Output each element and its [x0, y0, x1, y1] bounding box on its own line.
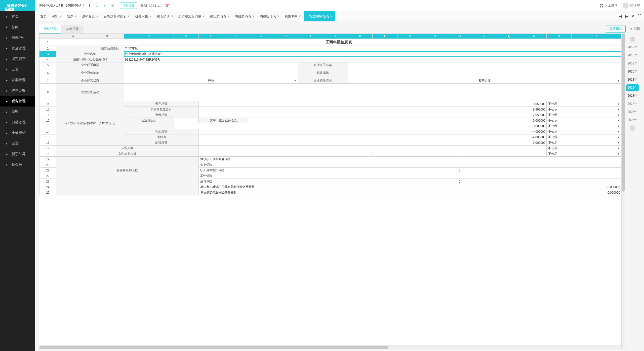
cell[interactable]: 0 [198, 146, 547, 151]
refresh-button[interactable]: ⟳ 刷新 [630, 27, 640, 31]
row-header[interactable]: 13 [39, 123, 56, 129]
close-icon[interactable]: ✕ [202, 15, 205, 18]
col-header[interactable]: F [223, 34, 248, 39]
cell[interactable]: 0 [298, 168, 621, 173]
close-icon[interactable]: ✕ [74, 15, 77, 18]
publicity-select[interactable]: 不公示 [547, 129, 621, 134]
tab-所得税汇算清缴[interactable]: 所得税汇算清缴✕ [176, 11, 207, 21]
reset-report-button[interactable]: 重置报表 [606, 25, 626, 33]
row-header[interactable]: 3 [39, 51, 56, 57]
col-header[interactable]: R [522, 34, 547, 39]
cell[interactable] [124, 84, 621, 101]
year-option[interactable]: 2023年 [626, 92, 639, 99]
col-header[interactable]: K [348, 34, 373, 39]
publicity-select[interactable]: 不公示 [547, 134, 621, 140]
sidebar-item-settings[interactable]: ▸设置 [0, 138, 35, 149]
cell[interactable] [348, 68, 621, 78]
sidebar-item-tax[interactable]: ▸税务管理 [0, 96, 35, 107]
horizontal-scrollbar[interactable] [39, 345, 621, 349]
close-icon[interactable]: ✕ [252, 15, 255, 18]
sidebar-item-expense[interactable]: ▸小畅报销 [0, 128, 35, 138]
publicity-select[interactable]: 不公示 [547, 112, 621, 118]
cell[interactable]: 0 [298, 179, 621, 184]
sidebar-item-home[interactable]: ▸首页 [0, 11, 35, 22]
cell[interactable]: 0.000000 [198, 140, 547, 146]
row-header[interactable]: 11 [39, 112, 56, 118]
cell[interactable]: 0 [198, 151, 547, 157]
col-header[interactable] [39, 34, 56, 39]
cell[interactable]: 0.000000 [248, 118, 547, 123]
row-header[interactable]: 2 [39, 46, 56, 51]
sidebar-item-invoice[interactable]: ▸发票管理 [0, 75, 35, 85]
col-header[interactable]: L [373, 34, 397, 39]
col-header[interactable]: M [397, 34, 422, 39]
cell[interactable]: 12.050000 [198, 112, 547, 118]
year-down-icon[interactable]: ⌄ [630, 125, 635, 131]
col-header[interactable]: J [323, 34, 348, 39]
tab-税表清册[interactable]: 税表清册✕ [154, 11, 176, 21]
row-header[interactable]: 24 [39, 184, 56, 190]
col-header[interactable]: S [547, 34, 572, 39]
tab-close-all-icon[interactable]: ✕ [631, 14, 634, 19]
company-name-cell[interactable]: 刘小艳演示账套（勿删勿动！）1 [124, 51, 621, 57]
sidebar-item-report[interactable]: ▸报表中心 [0, 32, 35, 43]
row-header[interactable]: 8 [39, 84, 56, 101]
cell[interactable]: 0.000000 [348, 184, 621, 190]
email-cell[interactable] [348, 62, 621, 68]
year-option[interactable]: 2019年 [626, 60, 639, 67]
col-header[interactable]: E [198, 34, 223, 39]
tax-period-value[interactable]: 2022年度 [124, 46, 621, 51]
user-menu[interactable]: 徐泽华 [623, 3, 640, 9]
col-header[interactable]: A [56, 34, 90, 39]
row-header[interactable]: 18 [39, 151, 56, 157]
sidebar-item-ledger[interactable]: ▸总账 [0, 22, 35, 32]
tab-首页[interactable]: 首页 [38, 11, 49, 21]
close-icon[interactable]: ✕ [330, 15, 333, 18]
col-header[interactable]: C [124, 34, 174, 39]
col-header[interactable]: Q [497, 34, 522, 39]
tab-存货别名对照表[interactable]: 存货别名对照表✕ [101, 11, 133, 21]
tab-发票[interactable]: 发票✕ [64, 11, 79, 21]
plus-icon[interactable]: ＋ [103, 3, 106, 8]
close-icon[interactable]: ✕ [171, 15, 173, 18]
close-icon[interactable]: ✕ [227, 15, 230, 18]
tab-进销台账[interactable]: 进销台账✕ [79, 11, 101, 21]
vertical-scrollbar[interactable] [621, 33, 625, 349]
year-option[interactable]: 2024年 [626, 100, 639, 108]
close-icon[interactable]: ✕ [96, 15, 99, 18]
cell[interactable]: 18.050000 [198, 101, 547, 107]
col-header[interactable]: P [472, 34, 497, 39]
fullscreen-icon[interactable]: ⛶ [637, 14, 641, 19]
sidebar-item-close[interactable]: ▸结账 [0, 107, 35, 117]
close-icon[interactable]: ✕ [59, 15, 62, 18]
tab-纳税波动表[interactable]: 纳税波动表✕ [232, 11, 257, 21]
biz-status-select[interactable]: 开业 [124, 78, 298, 84]
sidebar-item-fund[interactable]: ▸资金管理 [0, 43, 35, 54]
tab-税务申报[interactable]: 税务申报✕ [133, 11, 154, 21]
publicity-select[interactable]: 不公示 [547, 118, 621, 123]
col-header[interactable]: N [422, 34, 447, 39]
period-value[interactable]: 2023-11 [149, 4, 161, 8]
tab-税负波动表[interactable]: 税负波动表✕ [207, 11, 232, 21]
row-header[interactable]: 22 [39, 173, 56, 179]
col-header[interactable]: D [174, 34, 198, 39]
year-up-icon[interactable]: ⌃ [630, 37, 635, 42]
subtab-other[interactable]: 其他信息 [61, 25, 84, 33]
col-header[interactable]: T [572, 34, 621, 39]
row-header[interactable]: 23 [39, 179, 56, 184]
close-icon[interactable]: ✕ [128, 15, 130, 18]
gear-icon[interactable]: ⚙ [111, 4, 114, 8]
publicity-select[interactable]: 不公示 [547, 101, 621, 107]
year-option[interactable]: 2026年 [626, 116, 639, 124]
reg-code-cell[interactable]: 91320811MA7NGR2W6R [124, 57, 621, 62]
row-header[interactable]: 15 [39, 134, 56, 140]
row-header[interactable]: 9 [39, 101, 56, 107]
cell[interactable]: 0.000000 [248, 123, 547, 129]
row-header[interactable]: 1 [39, 39, 56, 46]
row-header[interactable]: 25 [39, 190, 56, 195]
col-header[interactable]: G [248, 34, 273, 39]
row-header[interactable]: 14 [39, 129, 56, 134]
consult-button[interactable]: 🎧 人工咨询 [599, 3, 618, 8]
row-header[interactable]: 4 [39, 57, 56, 62]
year-option[interactable]: 2025年 [626, 108, 639, 116]
